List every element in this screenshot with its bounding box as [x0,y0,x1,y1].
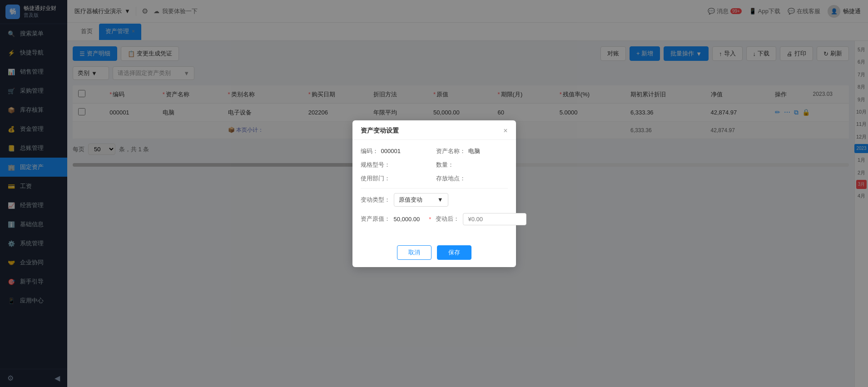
dialog-close-btn[interactable]: × [503,127,507,135]
dialog-overlay: 资产变动设置 × 编码： 000001 资产名称： 电脑 规格型号： [0,0,868,387]
dialog-value-row: 资产原值： 50,000.00 * 变动后： [361,213,508,225]
code-value: 000001 [381,148,401,154]
dialog-row-1: 编码： 000001 资产名称： 电脑 [361,147,508,155]
dialog-change-type-row: 变动类型： 原值变动 ▼ [361,193,508,207]
change-type-label: 变动类型： [361,196,390,204]
asset-value-label: 资产原值： [361,215,390,223]
dialog-code-field: 编码： 000001 [361,147,432,155]
code-label: 编码： [361,147,378,155]
asset-name-label: 资产名称： [436,147,466,155]
save-btn[interactable]: 保存 [437,245,471,260]
quantity-label: 数量： [436,161,454,169]
dialog-title: 资产变动设置 [361,127,399,135]
dialog-row-3: 使用部门： 存放地点： [361,174,508,183]
dialog-location-field: 存放地点： [436,174,508,183]
department-label: 使用部门： [361,174,390,183]
dialog-quantity-field: 数量： [436,161,508,169]
dialog-department-field: 使用部门： [361,174,432,183]
dialog-row-2: 规格型号： 数量： [361,161,508,169]
change-type-select[interactable]: 原值变动 ▼ [394,193,448,207]
asset-value-value: 50,000.00 [394,216,420,223]
dialog-header: 资产变动设置 × [352,120,516,140]
asset-change-dialog: 资产变动设置 × 编码： 000001 资产名称： 电脑 规格型号： [352,120,516,267]
location-label: 存放地点： [436,174,466,183]
spec-label: 规格型号： [361,161,390,169]
dialog-divider [361,188,508,189]
asset-name-value: 电脑 [468,147,480,155]
change-type-chevron: ▼ [437,196,443,203]
after-change-label: 变动后： [436,215,459,223]
change-type-value: 原值变动 [399,196,422,204]
dialog-footer: 取消 保存 [352,240,516,267]
after-change-input[interactable] [463,213,526,225]
dialog-asset-name-field: 资产名称： 电脑 [436,147,508,155]
cancel-btn[interactable]: 取消 [397,245,432,260]
dialog-body: 编码： 000001 资产名称： 电脑 规格型号： 数量： [352,140,516,240]
dialog-spec-field: 规格型号： [361,161,432,169]
required-mark: * [429,216,431,223]
